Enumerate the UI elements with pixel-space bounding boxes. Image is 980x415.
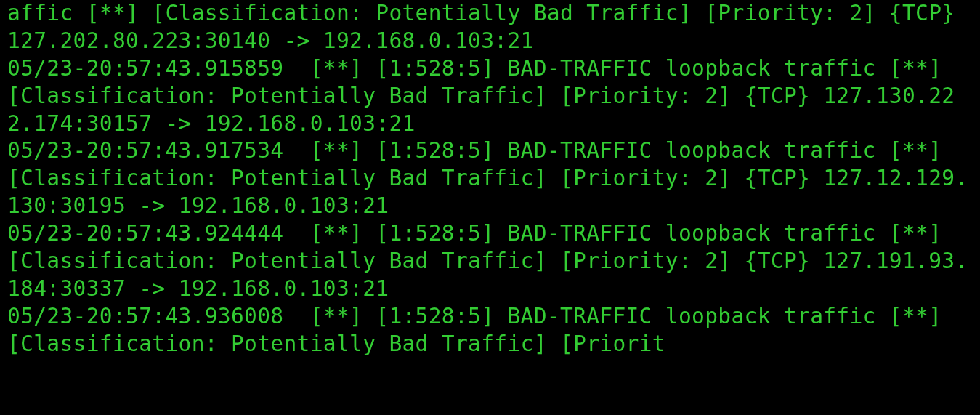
- terminal-output[interactable]: affic [**] [Classification: Potentially …: [7, 0, 973, 358]
